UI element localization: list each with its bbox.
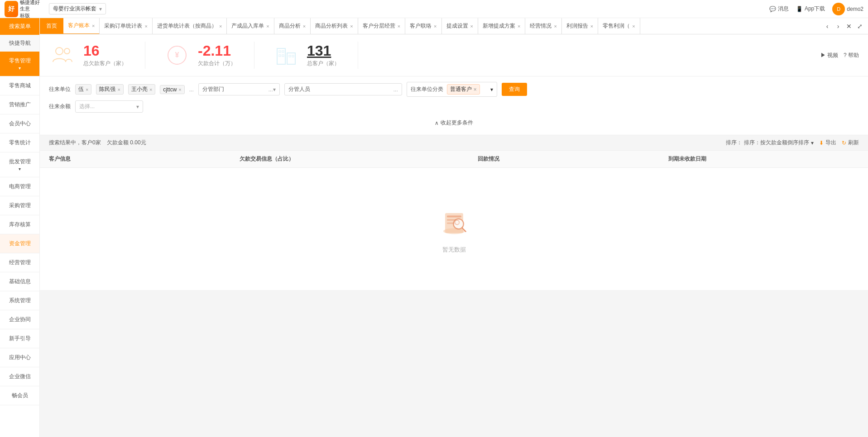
remove-tag-wu[interactable]: × [86, 87, 88, 92]
filter-more-tags[interactable]: ... [189, 86, 194, 93]
sidebar-search[interactable]: 搜索菜单 [0, 18, 39, 35]
tab-commission-settings[interactable]: 提成设置 × [442, 18, 478, 34]
category-select[interactable]: 往来单位分类 普通客户 × ▾ [407, 82, 497, 97]
tab-next-button[interactable]: › [834, 22, 843, 31]
video-help-button[interactable]: ▶ 视频 [820, 52, 838, 59]
logo-text: 畅捷通好生意 标版 [20, 0, 44, 19]
app-download-button[interactable]: 📱 App下载 [796, 5, 825, 13]
tab-product-analysis[interactable]: 商品分析 × [274, 18, 311, 34]
sidebar-item-purchase[interactable]: 采购管理 [0, 196, 39, 215]
tab-business-status[interactable]: 经营情况 × [525, 18, 561, 34]
message-button[interactable]: 💬 消息 [769, 5, 789, 13]
user-avatar[interactable]: D demo2 [832, 3, 863, 15]
tab-product-analysis-list[interactable]: 商品分析列表 × [311, 18, 358, 34]
sidebar-item-retail-management[interactable]: 零售管理 ▾ [0, 52, 39, 76]
tab-close-icon[interactable]: × [266, 24, 269, 29]
stat-info: 16 总欠款客户（家） [83, 43, 127, 67]
remove-tag-chen[interactable]: × [117, 87, 120, 92]
export-button[interactable]: ⬇ 导出 [819, 139, 836, 147]
dept-select[interactable]: 分管部门 ... ▾ [198, 83, 280, 95]
empty-text: 暂无数据 [442, 246, 466, 254]
tab-maximize-button[interactable]: ⤢ [855, 22, 864, 31]
debt-icon: ¥ [163, 42, 191, 69]
sidebar-item-finance[interactable]: 资金管理 [0, 234, 39, 253]
stats-help: ▶ 视频 ? 帮助 [820, 52, 859, 59]
sidebar-item-app-center[interactable]: 应用中心 [0, 348, 39, 367]
sidebar-item-member-center[interactable]: 会员中心 [0, 114, 39, 133]
sidebar-item-retail-mall[interactable]: 零售商城 [0, 76, 39, 95]
sidebar-item-inventory[interactable]: 库存核算 [0, 215, 39, 234]
results-info: 搜索结果中，客户0家 欠款金额 0.00元 排序： 排序：按欠款金额倒序排序 ▾… [40, 135, 868, 151]
tab-prev-button[interactable]: ‹ [823, 22, 832, 31]
tab-close-icon[interactable]: × [303, 24, 306, 29]
help-button[interactable]: ? 帮助 [844, 52, 859, 59]
remove-category-tag[interactable]: × [474, 86, 477, 93]
sidebar-item-chang-member[interactable]: 畅会员 [0, 386, 39, 405]
col-header-customer: 客户信息 [49, 155, 240, 163]
tab-purchase-order[interactable]: 采购订单统计表 × [100, 18, 152, 34]
tab-production-inbound[interactable]: 产成品入库单 × [227, 18, 274, 34]
message-icon: 💬 [769, 6, 776, 12]
stat-info: -2.11 欠款合计（万） [198, 43, 236, 67]
building-icon [273, 42, 300, 69]
tab-customer-segmentation[interactable]: 客户分层经营 × [358, 18, 405, 34]
col-header-date: 到期未收款日期 [668, 155, 859, 163]
tab-new-commission[interactable]: 新增提成方案 × [478, 18, 525, 34]
tab-close-icon[interactable]: × [470, 24, 473, 29]
svg-rect-5 [287, 53, 295, 64]
sidebar-item-basic-info[interactable]: 基础信息 [0, 272, 39, 291]
tab-profit-report[interactable]: 利润报告 × [562, 18, 598, 34]
tab-customer-contact[interactable]: 客户联络 × [405, 18, 441, 34]
tab-close-icon[interactable]: × [434, 24, 436, 29]
stat-info: 131 总客户（家） [307, 43, 340, 67]
sidebar-item-marketing[interactable]: 营销推广 [0, 95, 39, 114]
collapse-button[interactable]: ∧ 收起更多条件 [435, 116, 473, 129]
account-selector[interactable]: 母婴行业演示帐套 ▾ [49, 3, 106, 14]
chevron-down-icon: ▾ [0, 66, 39, 71]
balance-select[interactable]: 选择... ▾ [75, 100, 143, 113]
app-icon: 📱 [796, 6, 803, 12]
sidebar-item-business[interactable]: 经营管理 [0, 253, 39, 272]
sort-select[interactable]: 排序： 排序：按欠款金额倒序排序 ▾ [726, 139, 814, 147]
category-arrow-icon: ▾ [490, 86, 493, 93]
tab-close-icon[interactable]: × [219, 24, 222, 29]
tab-close-all-button[interactable]: ✕ [844, 22, 854, 31]
export-icon: ⬇ [819, 140, 824, 146]
col-header-payment: 回款情况 [478, 155, 668, 163]
sidebar-item-enterprise-collab[interactable]: 企业协同 [0, 310, 39, 329]
sidebar-item-enterprise-wechat[interactable]: 企业微信 [0, 367, 39, 386]
sidebar: 搜索菜单 快捷导航 零售管理 ▾ 零售商城 营销推广 会员中心 零售统计 批 [0, 18, 40, 437]
sidebar-item-ecommerce[interactable]: 电商管理 [0, 177, 39, 196]
dept-more-icon: ... [269, 86, 273, 93]
dept-arrow-icon: ▾ [273, 86, 276, 93]
results-actions: 排序： 排序：按欠款金额倒序排序 ▾ ⬇ 导出 ↻ 刷新 [726, 139, 859, 147]
tab-home[interactable]: 首页 [40, 18, 63, 34]
stat-all-customers-value: 131 [307, 43, 340, 58]
person-select[interactable]: 分管人员 ... [284, 83, 402, 95]
tab-close-icon[interactable]: × [144, 24, 147, 29]
sidebar-item-guide[interactable]: 新手引导 [0, 329, 39, 348]
query-button[interactable]: 查询 [502, 83, 527, 96]
sidebar-item-retail-stats[interactable]: 零售统计 [0, 133, 39, 152]
sidebar-item-system[interactable]: 系统管理 [0, 291, 39, 310]
sidebar-item-wholesale[interactable]: 批发管理 ▾ [0, 152, 39, 177]
tab-retail-profit[interactable]: 零售利润（ × [598, 18, 640, 34]
tab-close-icon[interactable]: × [518, 24, 520, 29]
tab-close-icon[interactable]: × [92, 23, 95, 28]
sidebar-quick-nav[interactable]: 快捷导航 [0, 35, 39, 52]
tab-inbound-stats[interactable]: 进货单统计表（按商品） × [153, 18, 227, 34]
stat-debt-value: -2.11 [198, 43, 236, 58]
stat-debt-label: 欠款合计（万） [198, 60, 236, 67]
tab-close-icon[interactable]: × [350, 24, 353, 29]
tab-close-icon[interactable]: × [554, 24, 556, 29]
remove-tag-cjttcw[interactable]: × [178, 87, 181, 92]
logo-area: 好 畅捷通好生意 标版 [5, 0, 44, 19]
filter-tag-unit: 伍 × [75, 84, 91, 95]
tab-close-icon[interactable]: × [590, 24, 593, 29]
remove-tag-wang[interactable]: × [149, 87, 152, 92]
tab-close-icon[interactable]: × [632, 24, 635, 29]
tab-customer-ledger[interactable]: 客户账本 × [63, 18, 100, 34]
refresh-button[interactable]: ↻ 刷新 [842, 139, 859, 147]
tab-close-icon[interactable]: × [398, 24, 400, 29]
stat-customers-label: 总欠款客户（家） [83, 60, 127, 67]
